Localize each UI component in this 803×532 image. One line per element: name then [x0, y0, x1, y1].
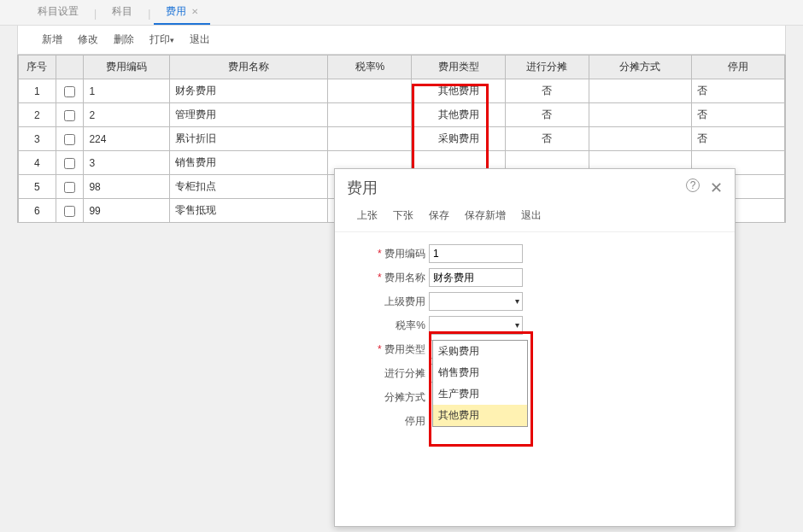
- cell-stop: 否: [691, 103, 784, 127]
- print-button[interactable]: 打印▾: [149, 32, 174, 47]
- row-checkbox[interactable]: [64, 110, 75, 121]
- cell-seq: 5: [19, 175, 56, 199]
- print-label: 打印: [149, 33, 170, 45]
- cell-name: 零售抵现: [169, 199, 328, 223]
- cell-code: 98: [84, 175, 169, 199]
- code-input[interactable]: [429, 244, 523, 263]
- cell-seq: 1: [19, 79, 56, 103]
- cell-name: 管理费用: [169, 103, 328, 127]
- cell-method: [589, 79, 691, 103]
- tab-fee[interactable]: 费用 ✕: [154, 0, 210, 25]
- modal-title: 费用: [347, 178, 378, 198]
- cell-check[interactable]: [56, 103, 84, 127]
- row-checkbox[interactable]: [64, 182, 75, 193]
- cell-check[interactable]: [56, 199, 84, 223]
- prev-button[interactable]: 上张: [357, 208, 378, 223]
- row-checkbox[interactable]: [64, 134, 75, 145]
- add-button[interactable]: 新增: [42, 32, 62, 47]
- stop-label: 停用: [352, 414, 429, 429]
- delete-button[interactable]: 删除: [114, 32, 134, 47]
- cell-stop: 否: [691, 79, 784, 103]
- name-label: 费用名称: [352, 271, 429, 285]
- table-row[interactable]: 22管理费用其他费用否否: [19, 103, 785, 127]
- cell-method: [589, 103, 691, 127]
- tab-label: 费用: [166, 4, 186, 19]
- cell-rate: [328, 79, 412, 103]
- dropdown-option[interactable]: 销售费用: [433, 362, 527, 383]
- rate-select[interactable]: [429, 316, 523, 335]
- col-method: 分摊方式: [589, 56, 691, 79]
- method-label: 分摊方式: [352, 390, 429, 405]
- next-button[interactable]: 下张: [393, 208, 413, 223]
- cell-name: 销售费用: [169, 151, 328, 175]
- tab-account-settings[interactable]: 科目设置: [26, 0, 91, 25]
- dropdown-option[interactable]: 生产费用: [433, 383, 527, 405]
- tab-label: 科目: [112, 4, 132, 19]
- save-button[interactable]: 保存: [429, 208, 449, 223]
- table-row[interactable]: 3224累计折旧采购费用否否: [19, 127, 785, 151]
- modal-toolbar: 上张 下张 保存 保存新增 退出: [335, 203, 735, 232]
- parent-select[interactable]: [429, 292, 523, 311]
- parent-label: 上级费用: [352, 295, 429, 309]
- cell-check[interactable]: [56, 127, 84, 151]
- cell-apportion: 否: [505, 127, 589, 151]
- col-name: 费用名称: [169, 56, 328, 79]
- row-checkbox[interactable]: [64, 86, 75, 97]
- row-checkbox[interactable]: [64, 206, 75, 217]
- close-icon[interactable]: ✕: [710, 178, 723, 197]
- cell-type: 其他费用: [412, 103, 505, 127]
- table-row[interactable]: 11财务费用其他费用否否: [19, 79, 785, 103]
- cell-check[interactable]: [56, 79, 84, 103]
- cell-check[interactable]: [56, 175, 84, 199]
- col-code: 费用编码: [84, 56, 169, 79]
- help-icon[interactable]: ?: [686, 178, 700, 192]
- cell-code: 2: [84, 103, 169, 127]
- cell-check[interactable]: [56, 151, 84, 175]
- tab-label: 科目设置: [38, 4, 79, 19]
- cell-stop: 否: [691, 127, 784, 151]
- tab-separator: |: [144, 3, 154, 25]
- row-checkbox[interactable]: [64, 158, 75, 169]
- edit-button[interactable]: 修改: [78, 32, 98, 47]
- cell-apportion: 否: [505, 79, 589, 103]
- col-seq: 序号: [19, 56, 56, 79]
- type-dropdown[interactable]: 采购费用销售费用生产费用其他费用: [432, 340, 528, 427]
- name-input[interactable]: [429, 268, 523, 287]
- cell-code: 1: [84, 79, 169, 103]
- save-new-button[interactable]: 保存新增: [465, 208, 506, 223]
- cell-rate: [328, 103, 412, 127]
- cell-rate: [328, 127, 412, 151]
- dropdown-option[interactable]: 其他费用: [433, 405, 527, 426]
- tab-account[interactable]: 科目: [100, 0, 144, 25]
- cell-type: 其他费用: [412, 79, 505, 103]
- cell-seq: 4: [19, 151, 56, 175]
- fee-form: 费用编码 费用名称 上级费用 ▾ 税率% ▾ 费用类型 ▾: [335, 232, 735, 444]
- col-stop: 停用: [691, 56, 784, 79]
- apportion-label: 进行分摊: [352, 366, 429, 381]
- cell-code: 99: [84, 199, 169, 223]
- rate-label: 税率%: [352, 319, 429, 333]
- col-apportion: 进行分摊: [505, 56, 589, 79]
- cell-name: 累计折旧: [169, 127, 328, 151]
- main-toolbar: 新增 修改 删除 打印▾ 退出: [17, 26, 786, 55]
- cell-method: [589, 127, 691, 151]
- cell-code: 224: [84, 127, 169, 151]
- exit-button[interactable]: 退出: [521, 208, 542, 223]
- close-icon[interactable]: ✕: [191, 7, 198, 16]
- cell-code: 3: [84, 151, 169, 175]
- cell-seq: 3: [19, 127, 56, 151]
- col-rate: 税率%: [328, 56, 412, 79]
- cell-name: 专柜扣点: [169, 175, 328, 199]
- code-label: 费用编码: [352, 247, 429, 261]
- modal-titlebar: 费用 ? ✕: [335, 169, 735, 203]
- dropdown-option[interactable]: 采购费用: [433, 341, 527, 362]
- cell-seq: 6: [19, 199, 56, 223]
- col-check: [56, 56, 84, 79]
- cell-type: 采购费用: [412, 127, 505, 151]
- col-type: 费用类型: [412, 56, 505, 79]
- chevron-down-icon: ▾: [170, 36, 174, 44]
- fee-modal: 费用 ? ✕ 上张 下张 保存 保存新增 退出 费用编码 费用名称 上级费用 ▾: [334, 168, 736, 527]
- tab-separator: |: [91, 3, 100, 25]
- cell-apportion: 否: [505, 103, 589, 127]
- exit-button[interactable]: 退出: [190, 32, 210, 47]
